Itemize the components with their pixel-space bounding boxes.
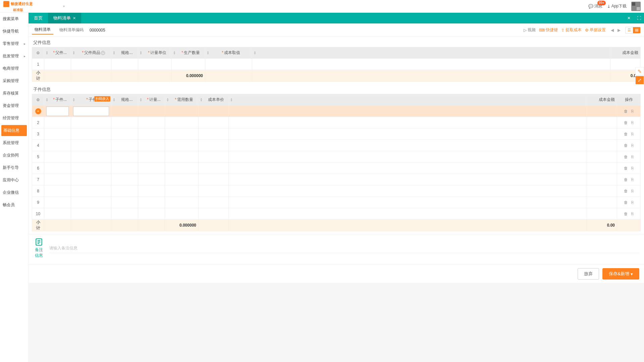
copy-row-button[interactable]: ⎘ bbox=[631, 212, 634, 216]
table-row[interactable]: 4🗑 ⎘ bbox=[32, 140, 641, 151]
extract-cost-button[interactable]: ⇪ 提取成本 bbox=[561, 27, 582, 33]
table-row[interactable]: 1 bbox=[32, 59, 641, 70]
sidebar-item[interactable]: 畅会员 bbox=[0, 199, 28, 211]
scan-input-badge[interactable]: 扫码录入 bbox=[94, 96, 110, 102]
save-and-new-button[interactable]: 保存&新增 ▾ bbox=[602, 268, 639, 280]
parent-col-unit[interactable]: 计量单位 bbox=[138, 47, 172, 59]
remark-input[interactable] bbox=[49, 243, 639, 253]
delete-row-button[interactable]: 🗑 bbox=[624, 212, 628, 216]
help-icon[interactable]: ? bbox=[101, 51, 105, 55]
table-row[interactable]: 7🗑 ⎘ bbox=[32, 174, 641, 185]
child-col-spec[interactable]: 规格... bbox=[111, 94, 138, 106]
sidebar-item-label: 畅会员 bbox=[3, 202, 15, 208]
parent-col-amount[interactable]: 成本金额 bbox=[610, 47, 641, 59]
view-list-button[interactable]: ☰ bbox=[626, 27, 633, 33]
copy-row-button[interactable]: ⎘ bbox=[631, 109, 634, 114]
child-col-gear[interactable]: ⚙ bbox=[32, 94, 44, 106]
delete-row-button[interactable]: 🗑 bbox=[624, 200, 628, 205]
avatar[interactable] bbox=[631, 2, 641, 11]
sidebar-item[interactable]: 搜索菜单 bbox=[0, 13, 28, 25]
delete-row-button[interactable]: 🗑 bbox=[624, 109, 628, 114]
sidebar-item[interactable]: 库存核算 bbox=[0, 87, 28, 100]
copy-row-button[interactable]: ⎘ bbox=[631, 200, 634, 205]
table-row[interactable]: 3🗑 ⎘ bbox=[32, 128, 641, 140]
sidebar-item[interactable]: 系统管理 bbox=[0, 137, 28, 149]
parent-col-costrule[interactable]: 成本取值 bbox=[205, 47, 252, 59]
page-prev-button[interactable]: ◀ bbox=[609, 28, 615, 33]
table-row[interactable]: 5🗑 ⎘ bbox=[32, 151, 641, 163]
sidebar-item[interactable]: 电商管理 bbox=[0, 62, 28, 75]
child-product-input[interactable] bbox=[73, 107, 109, 116]
sidebar-item[interactable]: 快捷导航 bbox=[0, 25, 28, 38]
video-help-button[interactable]: ▷ 视频 bbox=[524, 27, 536, 33]
sidebar-item[interactable]: 新手引导 bbox=[0, 162, 28, 174]
float-expand-button[interactable]: ⤢ bbox=[635, 76, 644, 84]
copy-row-button[interactable]: ⎘ bbox=[631, 143, 634, 148]
sidebar-item[interactable]: 应用中心 bbox=[0, 174, 28, 186]
page-next-button[interactable]: ▶ bbox=[616, 28, 622, 33]
copy-row-button[interactable]: ⎘ bbox=[631, 189, 634, 193]
sidebar-item[interactable]: 资金管理 bbox=[0, 100, 28, 112]
child-col-amount[interactable]: 成本金额 bbox=[587, 94, 617, 106]
sidebar-item[interactable]: 采购管理 bbox=[0, 75, 28, 87]
keyboard-icon: ⌨ bbox=[539, 28, 545, 33]
app-download-button[interactable]: ⤓ App下载 bbox=[607, 3, 627, 9]
close-icon[interactable]: ✕ bbox=[73, 16, 76, 20]
copy-row-button[interactable]: ⎘ bbox=[631, 166, 634, 171]
parent-col-product[interactable]: 父件商品? bbox=[71, 47, 111, 59]
messages-button[interactable]: 💬 消息 99+ bbox=[588, 3, 602, 9]
tab-home[interactable]: 首页 bbox=[29, 13, 48, 23]
table-row[interactable]: 10🗑 ⎘ bbox=[32, 208, 641, 220]
sidebar-item[interactable]: 企业协同 bbox=[0, 149, 28, 162]
subtab-bom[interactable]: 物料清单 bbox=[32, 25, 53, 35]
copy-row-button[interactable]: ⎘ bbox=[631, 155, 634, 159]
parent-table: ⚙ 父件... 父件商品? 规格... 计量单位 生产数量 成本取值 成本金额 … bbox=[32, 47, 641, 82]
sidebar-item-label: 搜索菜单 bbox=[3, 16, 19, 22]
parent-col-spec[interactable]: 规格... bbox=[111, 47, 138, 59]
child-col-qty[interactable]: 需用数量 bbox=[165, 94, 199, 106]
child-code-input[interactable] bbox=[46, 107, 69, 116]
tab-home-label: 首页 bbox=[34, 15, 43, 21]
brand-logo: 畅捷通好生意 标准版 bbox=[3, 1, 33, 12]
add-row-button[interactable]: + bbox=[35, 108, 41, 114]
child-col-price[interactable]: 成本单价 bbox=[199, 94, 229, 106]
delete-row-button[interactable]: 🗑 bbox=[624, 177, 628, 182]
delete-row-button[interactable]: 🗑 bbox=[624, 166, 628, 171]
tab-bom[interactable]: 物料清单 ✕ bbox=[48, 13, 81, 23]
sidebar: 搜索菜单快捷导航零售管理▸批发管理▸电商管理采购管理库存核算资金管理经营管理基础… bbox=[0, 13, 29, 362]
sidebar-item[interactable]: 基础信息 bbox=[1, 125, 27, 136]
parent-col-qty[interactable]: 生产数量 bbox=[172, 47, 205, 59]
sidebar-item[interactable]: 经营管理 bbox=[0, 112, 28, 124]
table-row[interactable]: + 🗑 ⎘ bbox=[32, 106, 641, 117]
delete-row-button[interactable]: 🗑 bbox=[624, 155, 628, 159]
child-col-unit[interactable]: 计量... bbox=[138, 94, 165, 106]
copy-row-button[interactable]: ⎘ bbox=[631, 177, 634, 182]
sidebar-item[interactable]: 批发管理▸ bbox=[0, 50, 28, 62]
table-row[interactable]: 6🗑 ⎘ bbox=[32, 163, 641, 174]
delete-row-button[interactable]: 🗑 bbox=[624, 132, 628, 136]
table-row[interactable]: 2🗑 ⎘ bbox=[32, 117, 641, 128]
shortcut-button[interactable]: ⌨ 快捷键 bbox=[539, 27, 558, 33]
sidebar-item[interactable]: 企业微信 bbox=[0, 186, 28, 199]
copy-row-button[interactable]: ⎘ bbox=[631, 120, 634, 125]
sidebar-item-label: 零售管理 bbox=[3, 41, 19, 47]
delete-row-button[interactable]: 🗑 bbox=[624, 120, 628, 125]
table-row[interactable]: 9🗑 ⎘ bbox=[32, 197, 641, 208]
parent-col-code[interactable]: 父件... bbox=[44, 47, 71, 59]
cancel-button[interactable]: 放弃 bbox=[578, 268, 599, 280]
parent-col-gear[interactable]: ⚙ bbox=[32, 47, 44, 59]
fullscreen-button[interactable]: ⛶ bbox=[634, 16, 644, 20]
copy-row-button[interactable]: ⎘ bbox=[631, 132, 634, 136]
delete-row-button[interactable]: 🗑 bbox=[624, 143, 628, 148]
table-row[interactable]: 8🗑 ⎘ bbox=[32, 185, 641, 197]
sheet-settings-button[interactable]: ⚙ 单据设置 bbox=[585, 27, 606, 33]
brand-name: 畅捷通好生意 bbox=[11, 2, 33, 6]
child-col-product[interactable]: 子件商扫码录入 bbox=[71, 94, 111, 106]
float-edit-button[interactable]: ✎ bbox=[635, 67, 644, 76]
company-selector[interactable]: ▾ bbox=[40, 4, 65, 8]
sidebar-item[interactable]: 零售管理▸ bbox=[0, 38, 28, 50]
tab-close-all-button[interactable]: ✕ bbox=[624, 16, 634, 20]
view-form-button[interactable]: ▤ bbox=[633, 27, 640, 33]
child-col-code[interactable]: 子件... bbox=[44, 94, 71, 106]
delete-row-button[interactable]: 🗑 bbox=[624, 189, 628, 193]
